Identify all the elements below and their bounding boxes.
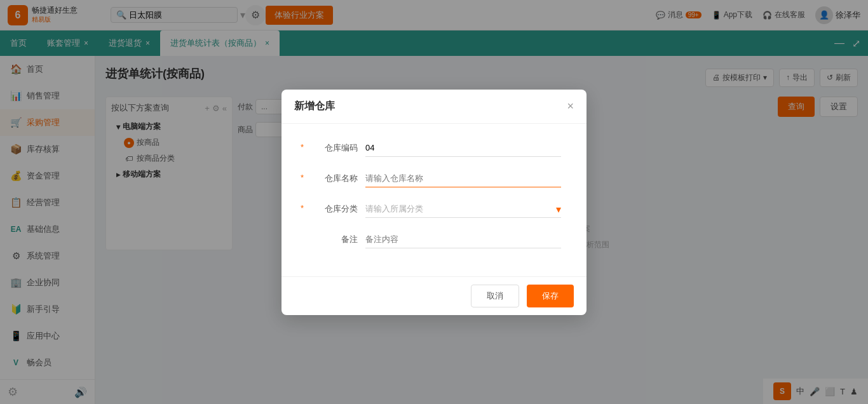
warehouse-note-input[interactable]	[365, 231, 561, 248]
cancel-button[interactable]: 取消	[471, 285, 519, 307]
form-row-note: 备注	[307, 231, 561, 248]
save-button[interactable]: 保存	[527, 285, 574, 307]
dialog-footer: 取消 保存	[281, 276, 587, 315]
warehouse-name-input[interactable]	[365, 170, 561, 187]
warehouse-category-wrap: 请输入所属分类 ▾	[365, 200, 561, 218]
form-row-name: 仓库名称	[307, 170, 561, 187]
form-row-code: 仓库编码	[307, 139, 561, 157]
warehouse-category-label: 仓库分类	[307, 203, 358, 215]
dialog-body: 仓库编码 仓库名称 仓库分类 请输入所属分类 ▾ 备注	[281, 124, 587, 276]
dialog-header: 新增仓库 ×	[281, 90, 587, 124]
dialog-title: 新增仓库	[294, 100, 335, 113]
modal-overlay: 新增仓库 × 仓库编码 仓库名称 仓库分类 请输入所属分类 ▾	[0, 0, 868, 404]
warehouse-category-select[interactable]: 请输入所属分类	[365, 200, 561, 218]
form-row-category: 仓库分类 请输入所属分类 ▾	[307, 200, 561, 218]
close-dialog-icon[interactable]: ×	[567, 100, 574, 112]
warehouse-code-label: 仓库编码	[307, 142, 358, 154]
add-warehouse-dialog: 新增仓库 × 仓库编码 仓库名称 仓库分类 请输入所属分类 ▾	[281, 90, 587, 315]
warehouse-note-label: 备注	[307, 234, 358, 245]
warehouse-code-input[interactable]	[365, 139, 561, 157]
warehouse-name-label: 仓库名称	[307, 173, 358, 184]
